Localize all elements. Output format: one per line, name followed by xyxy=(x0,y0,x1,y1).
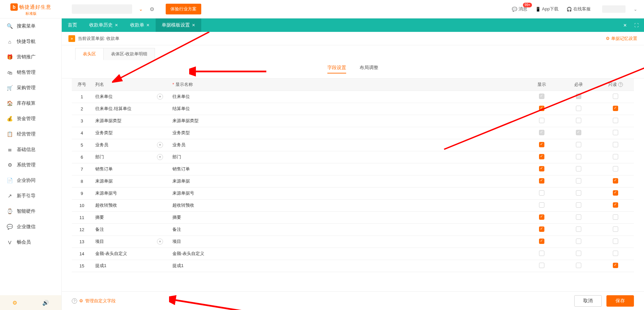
close-icon[interactable]: ✕ xyxy=(146,23,150,28)
add-icon[interactable]: + xyxy=(157,239,163,245)
area-tab[interactable]: 表体区-收款单明细 xyxy=(103,48,155,60)
checkbox[interactable] xyxy=(613,263,618,268)
gear-icon[interactable]: ⚙ xyxy=(150,6,154,12)
checkbox[interactable] xyxy=(539,118,544,123)
checkbox[interactable] xyxy=(539,202,544,208)
org-selector[interactable] xyxy=(72,4,132,14)
checkbox[interactable] xyxy=(539,142,544,147)
cancel-button[interactable]: 取消 xyxy=(574,295,602,307)
checkbox[interactable] xyxy=(613,251,618,256)
cell-display-name[interactable]: 金额-表头自定义 xyxy=(169,248,523,260)
sidebar-item[interactable]: V畅会员 xyxy=(0,235,61,250)
checkbox[interactable] xyxy=(613,130,618,135)
checkbox[interactable] xyxy=(576,239,581,244)
sidebar-item[interactable]: 🛍销售管理 xyxy=(0,65,61,80)
checkbox[interactable] xyxy=(613,142,618,147)
cell-display-name[interactable]: 结算单位 xyxy=(169,103,523,115)
help-icon[interactable]: ? xyxy=(618,82,623,87)
sound-icon[interactable]: 🔊 xyxy=(42,300,49,306)
add-icon[interactable]: + xyxy=(157,154,163,160)
collapse-handle-icon[interactable]: » xyxy=(68,35,75,42)
app-download-link[interactable]: 📱 App下载 xyxy=(535,6,558,12)
checkbox[interactable] xyxy=(613,118,618,123)
checkbox[interactable] xyxy=(613,106,618,111)
cell-display-name[interactable]: 提成1 xyxy=(169,260,523,272)
checkbox[interactable] xyxy=(613,239,618,244)
sidebar-item[interactable]: ⌂快捷导航 xyxy=(0,34,61,49)
cell-display-name[interactable]: 销售订单 xyxy=(169,163,523,175)
sub-tab[interactable]: 字段设置 xyxy=(327,65,346,73)
checkbox[interactable] xyxy=(613,226,618,232)
checkbox[interactable] xyxy=(539,154,544,159)
checkbox[interactable] xyxy=(576,178,581,184)
sidebar-item[interactable]: 🔍搜索菜单 xyxy=(0,18,61,34)
add-icon[interactable]: + xyxy=(157,142,163,148)
user-menu[interactable] xyxy=(602,5,626,13)
sidebar-item[interactable]: 🛒采购管理 xyxy=(0,80,61,96)
tab[interactable]: 首页 xyxy=(62,18,83,32)
checkbox[interactable] xyxy=(539,239,544,244)
checkbox[interactable] xyxy=(613,190,618,196)
checkbox[interactable] xyxy=(539,251,544,256)
checkbox[interactable] xyxy=(613,154,618,159)
checkbox[interactable] xyxy=(576,166,581,171)
tab[interactable]: 单据模板设置✕ xyxy=(156,18,201,32)
checkbox[interactable] xyxy=(613,202,618,208)
checkbox[interactable] xyxy=(539,214,544,220)
chevron-down-icon[interactable]: ⌄ xyxy=(634,7,637,12)
cell-display-name[interactable]: 部门 xyxy=(169,151,523,163)
manage-custom-fields-link[interactable]: ? ⚙ 管理自定义字段 xyxy=(72,298,116,304)
cell-display-name[interactable]: 业务员 xyxy=(169,139,523,151)
add-icon[interactable]: + xyxy=(157,94,163,100)
sidebar-item[interactable]: 📄企业协同 xyxy=(0,173,61,188)
sidebar-item[interactable]: ⚙系统管理 xyxy=(0,157,61,173)
sub-tab[interactable]: 布局调整 xyxy=(360,65,378,73)
memory-settings-link[interactable]: ⚙ 单据记忆设置 xyxy=(606,36,637,42)
settings-icon[interactable]: ⚙ xyxy=(12,300,17,306)
checkbox[interactable] xyxy=(539,106,544,111)
area-tab[interactable]: 表头区 xyxy=(75,48,104,60)
checkbox[interactable] xyxy=(613,214,618,220)
tab[interactable]: 收款单✕ xyxy=(124,18,156,32)
messages-link[interactable]: 💬 消息 99+ xyxy=(512,6,527,12)
checkbox[interactable] xyxy=(576,263,581,268)
checkbox[interactable] xyxy=(613,166,618,171)
cell-display-name[interactable]: 业务类型 xyxy=(169,127,523,139)
cell-display-name[interactable]: 来源单据类型 xyxy=(169,115,523,127)
cell-display-name[interactable]: 项目 xyxy=(169,236,523,248)
cell-display-name[interactable]: 来源单据号 xyxy=(169,187,523,199)
sidebar-item[interactable]: 📋经营管理 xyxy=(0,126,61,142)
close-icon[interactable]: ✕ xyxy=(115,23,118,28)
sidebar-item[interactable]: ⌚智能硬件 xyxy=(0,204,61,219)
sidebar-item[interactable]: 🎁营销推广 xyxy=(0,49,61,65)
checkbox[interactable] xyxy=(576,106,581,111)
checkbox[interactable] xyxy=(539,178,544,184)
online-service-link[interactable]: 🎧 在线客服 xyxy=(567,6,591,12)
try-industry-button[interactable]: 体验行业方案 xyxy=(166,4,201,14)
checkbox[interactable] xyxy=(576,154,581,159)
checkbox[interactable] xyxy=(613,94,618,99)
checkbox[interactable] xyxy=(539,263,544,268)
close-all-tabs-icon[interactable]: ✕ xyxy=(621,21,629,30)
save-button[interactable]: 保存 xyxy=(606,295,634,307)
chevron-down-icon[interactable]: ⌄ xyxy=(139,6,143,12)
checkbox[interactable] xyxy=(576,251,581,256)
close-icon[interactable]: ✕ xyxy=(192,23,195,28)
checkbox[interactable] xyxy=(539,226,544,232)
checkbox[interactable] xyxy=(576,190,581,196)
checkbox[interactable] xyxy=(576,118,581,123)
checkbox[interactable] xyxy=(576,226,581,232)
checkbox[interactable] xyxy=(613,178,618,184)
cell-display-name[interactable]: 摘要 xyxy=(169,211,523,223)
sidebar-item[interactable]: 🏠库存核算 xyxy=(0,96,61,111)
cell-display-name[interactable]: 超收转预收 xyxy=(169,199,523,211)
checkbox[interactable] xyxy=(539,166,544,171)
tab[interactable]: 收款单历史✕ xyxy=(83,18,124,32)
cell-display-name[interactable]: 往来单位 xyxy=(169,91,523,103)
sidebar-item[interactable]: ≣基础信息 xyxy=(0,142,61,157)
checkbox[interactable] xyxy=(576,202,581,208)
cell-display-name[interactable]: 备注 xyxy=(169,223,523,236)
checkbox[interactable] xyxy=(576,142,581,147)
checkbox[interactable] xyxy=(576,214,581,220)
fullscreen-icon[interactable]: ⛶ xyxy=(632,21,641,30)
